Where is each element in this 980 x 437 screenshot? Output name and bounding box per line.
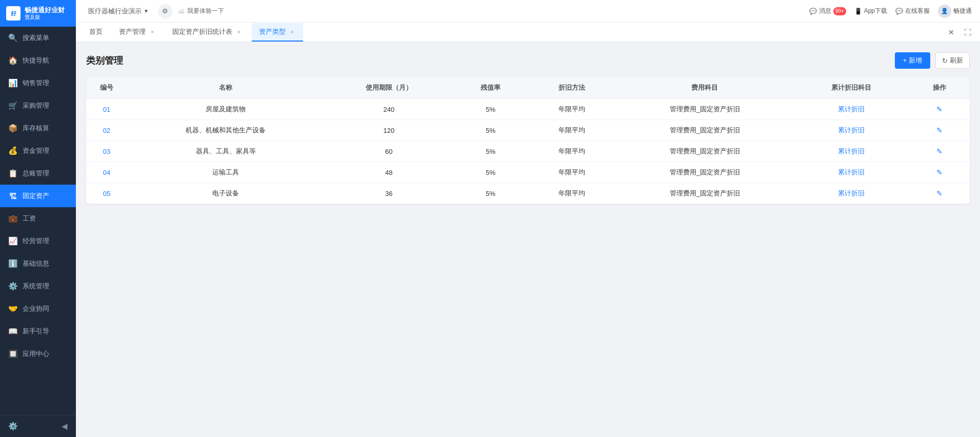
sidebar-item-search[interactable]: 🔍 搜索菜单	[0, 27, 76, 49]
app-center-icon: 🔲	[8, 349, 17, 359]
cell-method: 年限平均	[528, 183, 616, 204]
cell-name: 机器、机械和其他生产设备	[127, 120, 325, 141]
sidebar-item-label: 工资	[23, 214, 36, 223]
table-header-row: 编号 名称 使用期限（月） 残值率 折旧方法 费用科目 累计折旧科目 操作	[86, 77, 970, 99]
sidebar-item-ledger[interactable]: 📋 总账管理	[0, 162, 76, 185]
settings-icon[interactable]: ⚙️	[8, 422, 18, 431]
cell-residual: 5%	[453, 120, 528, 141]
edit-icon[interactable]: ✎	[936, 189, 943, 197]
app-download-button[interactable]: 📱 App下载	[854, 7, 887, 15]
sidebar-item-funds[interactable]: 💰 资金管理	[0, 140, 76, 162]
tab-asset-mgmt[interactable]: 资产管理 ×	[112, 23, 163, 42]
sidebar-footer: ⚙️ ◀	[0, 415, 76, 437]
sidebar-item-label: 库存核算	[23, 124, 49, 133]
experience-button[interactable]: ☁️ 我要体验一下	[177, 7, 224, 15]
cell-name: 运输工具	[127, 162, 325, 183]
tab-home[interactable]: 首页	[82, 23, 110, 42]
tab-asset-type-label: 资产类型	[259, 27, 286, 36]
tab-asset-mgmt-close[interactable]: ×	[149, 28, 156, 35]
cell-id: 03	[86, 141, 127, 162]
cell-action[interactable]: ✎	[909, 183, 970, 204]
table-row: 02 机器、机械和其他生产设备 120 5% 年限平均 管理费用_固定资产折旧 …	[86, 120, 970, 141]
cell-period: 48	[325, 162, 454, 183]
new-button[interactable]: + 新增	[895, 52, 930, 69]
sidebar-item-payroll[interactable]: 💼 工资	[0, 207, 76, 230]
page-actions: + 新增 ↻ 刷新	[895, 52, 970, 69]
sales-icon: 📊	[8, 78, 17, 88]
cell-expense: 管理费用_固定资产折旧	[616, 183, 793, 204]
sidebar-item-operations[interactable]: 📈 经营管理	[0, 230, 76, 252]
ledger-icon: 📋	[8, 169, 17, 178]
payroll-icon: 💼	[8, 214, 17, 223]
user-menu-button[interactable]: 👤 畅捷通	[938, 5, 972, 18]
page-title: 类别管理	[86, 54, 123, 67]
cell-accumulated: 累计折旧	[793, 141, 909, 162]
app-selector[interactable]: 医疗器械行业演示 ▼	[84, 5, 153, 18]
cell-period: 60	[325, 141, 454, 162]
app-settings-button[interactable]: ⚙	[158, 4, 172, 18]
refresh-button[interactable]: ↻ 刷新	[935, 52, 970, 69]
table-container: 编号 名称 使用期限（月） 残值率 折旧方法 费用科目 累计折旧科目 操作 01…	[86, 77, 970, 204]
content-area: 类别管理 + 新增 ↻ 刷新 编号 名称 使用期限（月） 残值率	[76, 42, 980, 437]
cell-name: 电子设备	[127, 183, 325, 204]
mobile-icon: 📱	[854, 8, 862, 15]
sidebar-item-system[interactable]: ⚙️ 系统管理	[0, 275, 76, 297]
cell-residual: 5%	[453, 183, 528, 204]
edit-icon[interactable]: ✎	[936, 126, 943, 134]
notifications-label: 消息	[819, 7, 831, 15]
main-area: 医疗器械行业演示 ▼ ⚙ ☁️ 我要体验一下 💬 消息 99+ 📱 App下载	[76, 0, 980, 437]
home-icon: 🏠	[8, 56, 17, 65]
user-avatar-icon: 👤	[941, 8, 948, 14]
tabs-bar: 首页 资产管理 × 固定资产折旧统计表 × 资产类型 × ✕ ⛶	[76, 23, 980, 42]
online-service-button[interactable]: 💬 在线客服	[895, 7, 930, 15]
sidebar-item-label: 固定资产	[23, 191, 49, 201]
sidebar-item-fixed-assets[interactable]: 🏗 固定资产	[0, 185, 76, 207]
cell-method: 年限平均	[528, 141, 616, 162]
sidebar-item-enterprise[interactable]: 🤝 企业协同	[0, 297, 76, 320]
cell-accumulated: 累计折旧	[793, 120, 909, 141]
edit-icon[interactable]: ✎	[936, 147, 943, 155]
user-name-label: 畅捷通	[953, 7, 972, 15]
collapse-sidebar-icon[interactable]: ◀	[62, 422, 68, 431]
sidebar-item-basic-info[interactable]: ℹ️ 基础信息	[0, 252, 76, 275]
sidebar-item-sales[interactable]: 📊 销售管理	[0, 72, 76, 94]
cell-action[interactable]: ✎	[909, 141, 970, 162]
notifications-button[interactable]: 💬 消息 99+	[809, 7, 846, 15]
inventory-icon: 📦	[8, 124, 17, 133]
topbar-left: 医疗器械行业演示 ▼ ⚙ ☁️ 我要体验一下	[84, 4, 224, 18]
tab-asset-type-close[interactable]: ×	[289, 28, 296, 35]
tab-fixed-asset-depreciation-label: 固定资产折旧统计表	[172, 27, 232, 36]
cell-expense: 管理费用_固定资产折旧	[616, 162, 793, 183]
sidebar-item-quick-nav[interactable]: 🏠 快捷导航	[0, 49, 76, 72]
sidebar-item-label: 搜索菜单	[23, 33, 49, 43]
close-tab-button[interactable]: ✕	[945, 26, 957, 38]
sidebar-item-inventory[interactable]: 📦 库存核算	[0, 117, 76, 140]
col-accumulated: 累计折旧科目	[793, 77, 909, 99]
sidebar-item-label: 基础信息	[23, 259, 49, 268]
cell-residual: 5%	[453, 141, 528, 162]
sidebar-item-guide[interactable]: 📖 新手引导	[0, 320, 76, 343]
cell-period: 120	[325, 120, 454, 141]
edit-icon[interactable]: ✎	[936, 105, 943, 113]
table-row: 01 房屋及建筑物 240 5% 年限平均 管理费用_固定资产折旧 累计折旧 ✎	[86, 99, 970, 120]
cell-action[interactable]: ✎	[909, 120, 970, 141]
cell-action[interactable]: ✎	[909, 99, 970, 120]
cell-name: 房屋及建筑物	[127, 99, 325, 120]
funds-icon: 💰	[8, 146, 17, 155]
table-row: 03 器具、工具、家具等 60 5% 年限平均 管理费用_固定资产折旧 累计折旧…	[86, 141, 970, 162]
sidebar-item-app-center[interactable]: 🔲 应用中心	[0, 343, 76, 365]
tab-fixed-asset-depreciation[interactable]: 固定资产折旧统计表 ×	[165, 23, 250, 42]
table-row: 05 电子设备 36 5% 年限平均 管理费用_固定资产折旧 累计折旧 ✎	[86, 183, 970, 204]
dropdown-arrow-icon: ▼	[144, 8, 149, 14]
sidebar-item-label: 应用中心	[23, 349, 49, 359]
tab-fixed-asset-depreciation-close[interactable]: ×	[235, 28, 243, 35]
topbar-right: 💬 消息 99+ 📱 App下载 💬 在线客服 👤 畅捷通	[809, 5, 972, 18]
tab-asset-type[interactable]: 资产类型 ×	[252, 23, 303, 42]
cell-action[interactable]: ✎	[909, 162, 970, 183]
expand-tab-button[interactable]: ⛶	[962, 26, 974, 38]
category-table: 编号 名称 使用期限（月） 残值率 折旧方法 费用科目 累计折旧科目 操作 01…	[86, 77, 970, 204]
sidebar-item-purchase[interactable]: 🛒 采购管理	[0, 94, 76, 117]
edit-icon[interactable]: ✎	[936, 168, 943, 176]
sidebar-item-label: 经营管理	[23, 236, 49, 246]
col-name: 名称	[127, 77, 325, 99]
